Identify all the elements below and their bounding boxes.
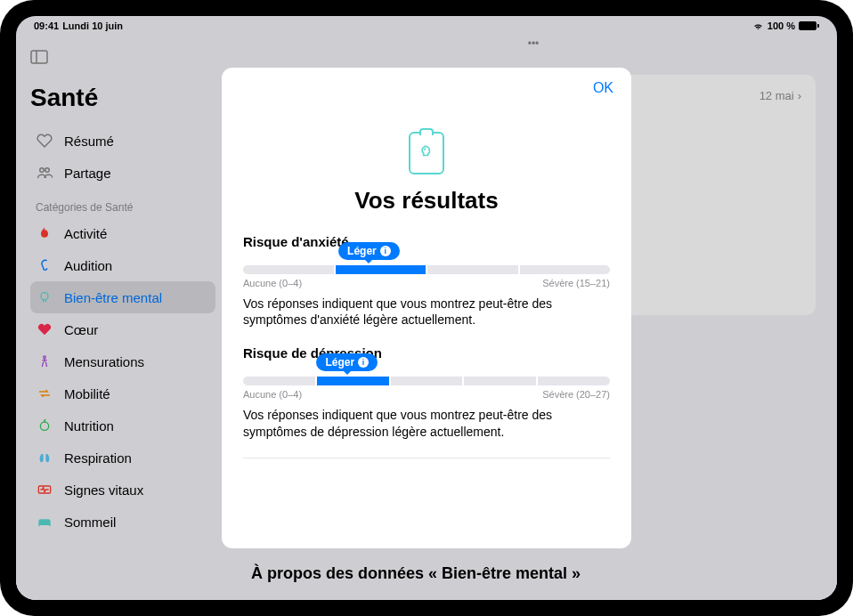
depression-level-pill[interactable]: Léger i	[316, 353, 378, 371]
anxiety-title: Risque d'anxiété	[243, 234, 610, 249]
depression-section: Risque de dépression Léger i	[243, 345, 610, 439]
divider	[243, 458, 610, 458]
screen: 09:41 Lundi 10 juin 100 % Santé	[16, 16, 837, 600]
gauge-segment-active	[336, 265, 426, 274]
modal-title: Vos résultats	[243, 187, 610, 215]
anxiety-gauge: Léger i Aucune (0–4) Sévère (15–21)	[243, 265, 610, 288]
gauge-segment-active	[317, 377, 389, 385]
depression-title: Risque de dépression	[243, 345, 610, 361]
gauge-segment	[427, 265, 518, 274]
device-frame: 09:41 Lundi 10 juin 100 % Santé	[0, 0, 853, 616]
anxiety-description: Vos réponses indiquent que vous montrez …	[243, 296, 610, 328]
clipboard-brain-icon	[243, 132, 610, 174]
gauge-segment	[464, 377, 536, 385]
results-modal: OK Vos résultats Risque d'anxiété	[222, 68, 631, 548]
depression-description: Vos réponses indiquent que vous montrez …	[243, 407, 610, 439]
anxiety-level-pill[interactable]: Léger i	[338, 242, 400, 260]
gauge-segment	[520, 265, 611, 274]
gauge-segment	[538, 377, 610, 385]
ok-button[interactable]: OK	[593, 80, 613, 96]
modal-overlay: OK Vos résultats Risque d'anxiété	[16, 16, 837, 600]
gauge-min-label: Aucune (0–4)	[243, 278, 302, 288]
depression-gauge: Léger i Aucune (0–4) Sévère (20	[243, 377, 610, 400]
info-icon: i	[358, 357, 369, 368]
anxiety-section: Risque d'anxiété Léger i	[243, 234, 610, 328]
gauge-segment	[391, 377, 463, 385]
gauge-max-label: Sévère (15–21)	[542, 278, 610, 288]
gauge-min-label: Aucune (0–4)	[243, 389, 302, 400]
gauge-segment	[243, 377, 315, 385]
info-icon: i	[380, 246, 391, 256]
gauge-segment	[243, 265, 334, 274]
gauge-max-label: Sévère (20–27)	[542, 389, 610, 400]
